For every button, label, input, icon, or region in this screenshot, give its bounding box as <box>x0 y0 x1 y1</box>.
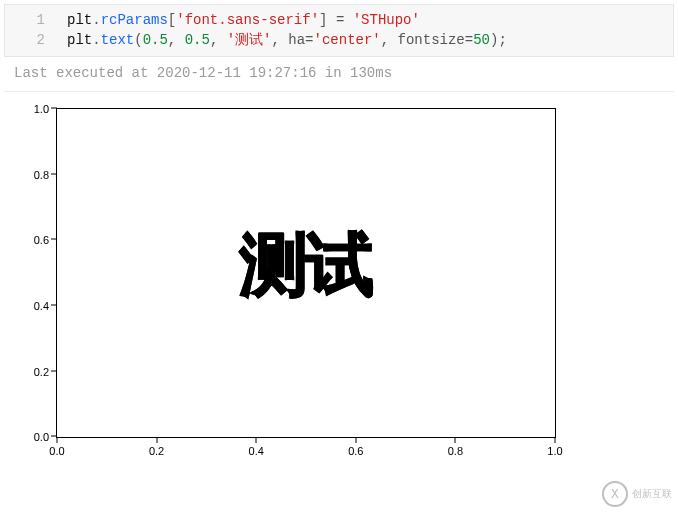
code-line-1: 1 plt.rcParams['font.sans-serif'] = 'STH… <box>15 11 663 31</box>
code-content: plt.rcParams['font.sans-serif'] = 'STHup… <box>67 11 420 31</box>
line-number: 1 <box>15 11 67 31</box>
xtick-mark <box>57 437 58 443</box>
ytick-mark <box>51 436 57 437</box>
xtick-label: 0.8 <box>448 445 463 457</box>
ytick-mark <box>51 305 57 306</box>
ytick-mark <box>51 370 57 371</box>
ytick-mark <box>51 173 57 174</box>
xtick-label: 0.4 <box>249 445 264 457</box>
xtick-label: 0.0 <box>49 445 64 457</box>
watermark-logo: X 创新互联 <box>602 481 672 507</box>
plot-output: 测试 0.0 0.2 0.4 0.6 0.8 1.0 0.0 0.2 0.4 <box>0 92 678 482</box>
watermark-icon: X <box>602 481 628 507</box>
code-content: plt.text(0.5, 0.5, '测试', ha='center', fo… <box>67 31 507 51</box>
xtick-label: 1.0 <box>547 445 562 457</box>
axes-container: 测试 0.0 0.2 0.4 0.6 0.8 1.0 0.0 0.2 0.4 <box>8 102 568 482</box>
line-number: 2 <box>15 31 67 51</box>
xtick-mark <box>355 437 356 443</box>
ytick-mark <box>51 108 57 109</box>
code-line-2: 2 plt.text(0.5, 0.5, '测试', ha='center', … <box>15 31 663 51</box>
plot-center-text: 测试 <box>240 220 372 311</box>
axes-frame: 测试 0.0 0.2 0.4 0.6 0.8 1.0 0.0 0.2 0.4 <box>56 108 556 438</box>
xtick-mark <box>256 437 257 443</box>
execution-status: Last executed at 2020-12-11 19:27:16 in … <box>4 57 674 92</box>
ytick-mark <box>51 239 57 240</box>
xtick-label: 0.6 <box>348 445 363 457</box>
xtick-label: 0.2 <box>149 445 164 457</box>
xtick-mark <box>455 437 456 443</box>
watermark-text: 创新互联 <box>632 489 672 500</box>
xtick-mark <box>156 437 157 443</box>
xtick-mark <box>555 437 556 443</box>
code-cell[interactable]: 1 plt.rcParams['font.sans-serif'] = 'STH… <box>4 4 674 57</box>
